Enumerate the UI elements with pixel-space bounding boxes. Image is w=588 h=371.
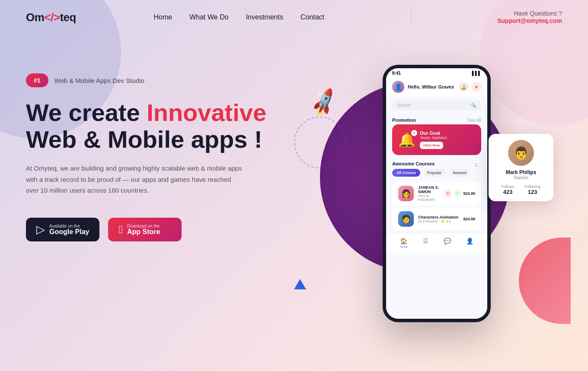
logo[interactable]: Om</>teq [26,11,76,24]
hero-left: #1 Web & Mobile Apps Dev Studio We creat… [26,48,268,241]
logo-brackets: </> [44,11,60,24]
app-store-label: Download on the App Store [127,224,160,235]
filter-popular[interactable]: Popular [423,169,446,177]
phone-nav-home[interactable]: 🏠 Home [400,238,408,248]
course-price-2: $24.99 [463,217,475,221]
course-avatar-1: 👩 [398,186,414,201]
following-label: Following [524,184,541,189]
course-avatar-2: 🧑 [398,211,414,227]
phone-status-bar: 9:41 ▌▌▌ [386,68,487,77]
search-icon: 🔍 [471,103,476,108]
phone-greeting-area: Hello, Wilbur Graves [408,84,459,89]
see-all-link[interactable]: See All [468,118,481,123]
heart-icon: ♥ [472,82,481,92]
google-play-icon: ▷ [36,224,45,235]
awesome-courses-section: Awesome Courses S... All Course Popular … [386,159,487,182]
promo-subtitle: Yearly Statistics [420,136,447,140]
google-play-label: Available on the Google Play [49,224,89,235]
phone-screen: 9:41 ▌▌▌ 👤 Hello, Wilbur Graves 🔔 ♥ [386,68,487,319]
awesome-courses-title: Awesome Courses [392,161,435,166]
dashed-circle-decoration [294,117,346,168]
phone-chat-icon: 💬 [444,238,451,244]
phone-nav-chat[interactable]: 💬 [444,238,451,248]
google-play-label-big: Google Play [49,228,89,235]
filter-newest[interactable]: Newest [449,169,471,177]
apple-icon:  [118,224,123,235]
float-person-card: 👨 Mark Philips Teacher Follows 423 Follo… [489,134,553,201]
accept-button[interactable]: ✓ [454,190,461,197]
nav-what-we-do[interactable]: What We Do [189,13,228,21]
follows-stat: Follows 423 [501,184,514,195]
person-avatar: 👨 [508,140,534,166]
person-name: Mark Philips [496,169,546,175]
app-store-label-big: App Store [127,228,160,235]
phone-search-bar: Search 🔍 [392,100,481,111]
phone-greeting-text: Hello, Wilbur Graves [408,84,459,89]
reject-button[interactable]: ✕ [444,190,452,197]
notification-bell-icon: 🔔 [459,82,468,92]
title-before: We create [26,99,147,126]
phone-header: 👤 Hello, Wilbur Graves 🔔 ♥ [386,77,487,96]
course-info-2: Characters Animation 22 Followers ⭐ 4.9 [418,215,459,223]
course-sub-1: CEO & FOUNDER [418,194,440,202]
course-name-1: JANEAN S. SIMON [418,185,440,194]
phone-home-icon: 🏠 [400,238,407,244]
course-actions-1: ✕ ✓ $24.99 [444,190,475,197]
phone-home-label: Home [400,245,408,248]
filter-tabs: All Course Popular Newest [392,169,481,177]
hero-badge: #1 Web & Mobile Apps Dev Studio [26,73,144,87]
nav-divider [411,9,411,26]
course-sub-2: 22 Followers ⭐ 4.9 [418,219,459,223]
nav-contact[interactable]: Contact [300,13,324,21]
support-email-link[interactable]: Support@omyteq.com [497,17,562,24]
awesome-header: Awesome Courses S... [392,161,481,169]
promo-bell-wrapper: 🔔 1 [398,132,415,148]
google-play-label-small: Available on the [49,224,89,228]
phone-header-icons: 🔔 ♥ [459,82,481,92]
course-name-2: Characters Animation [418,215,459,219]
course-item-1: 👩 JANEAN S. SIMON CEO & FOUNDER ✕ ✓ $24.… [392,182,481,205]
title-after: Web & Mobile apps ! [26,126,262,153]
nav-investments[interactable]: Investments [246,13,283,21]
nav-links: Home What We Do Investments Contact [154,13,325,21]
triangle-decoration [294,279,306,289]
following-value: 123 [524,189,541,195]
promo-badge-count: 1 [411,130,417,136]
hero-section: #1 Web & Mobile Apps Dev Studio We creat… [0,35,588,363]
badge-subtitle: Web & Mobile Apps Dev Studio [54,77,144,84]
app-store-button[interactable]:  Download on the App Store [108,218,182,241]
phone-bottom-nav: 🏠 Home ☰ 💬 👤 [386,233,487,253]
person-stats: Follows 423 Following 123 [496,184,546,195]
promotion-section-header: Promotion See All [386,114,487,124]
promo-content: Our Goal Yearly Statistics Click Now [420,130,447,149]
phone-time: 9:41 [392,71,401,76]
promo-click-now-button[interactable]: Click Now [420,142,443,149]
google-play-button[interactable]: ▷ Available on the Google Play [26,218,99,241]
promo-title: Our Goal [420,130,447,136]
phone-list-icon: ☰ [423,238,428,244]
app-store-label-small: Download on the [127,224,160,228]
hero-right: 🚀 9:41 ▌▌▌ 👤 Hello, Wilbur Grave [268,48,562,358]
follows-value: 423 [501,189,514,195]
phone-nav-profile[interactable]: 👤 [466,238,473,248]
phone-body: 9:41 ▌▌▌ 👤 Hello, Wilbur Graves 🔔 ♥ [383,65,491,322]
course-info-1: JANEAN S. SIMON CEO & FOUNDER [418,185,440,202]
person-role: Teacher [496,175,546,180]
phone-signal: ▌▌▌ [472,71,481,76]
filter-all-courses[interactable]: All Course [392,169,420,177]
follows-label: Follows [501,184,514,189]
have-questions-text: Have Questions ? [497,10,562,17]
hero-title: We create Innovative Web & Mobile apps ! [26,99,268,152]
promo-card: 🔔 1 Our Goal Yearly Statistics Click Now [392,124,481,155]
badge-pill: #1 [26,73,48,87]
phone-profile-icon: 👤 [466,238,473,244]
search-placeholder-text: Search [397,103,411,108]
nav-home[interactable]: Home [154,13,173,21]
course-price-1: $24.99 [463,191,475,196]
awesome-see-all[interactable]: S... [475,163,481,168]
hero-description: At Omyteq, we are building and growing h… [26,163,242,196]
phone-nav-list[interactable]: ☰ [423,238,428,248]
rocket-icon: 🚀 [308,87,341,118]
navbar: Om</>teq Home What We Do Investments Con… [0,0,588,35]
following-stat: Following 123 [524,184,541,195]
